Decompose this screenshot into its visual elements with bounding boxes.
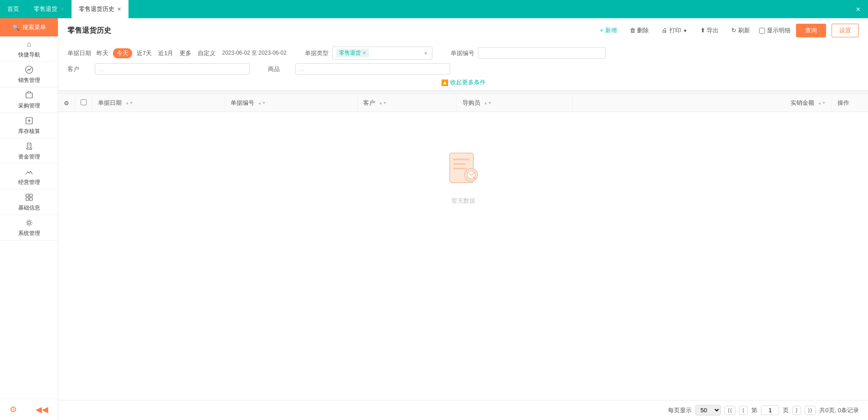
svg-rect-5 — [30, 194, 32, 197]
doc-type-label: 单据类型 — [305, 49, 332, 57]
page-input[interactable] — [761, 405, 779, 415]
sidebar-item-system-mgmt[interactable]: 系统管理 — [0, 215, 58, 241]
svg-point-8 — [28, 221, 31, 224]
table-header-row: ⚙ 单据日期 ▲▼ 单据编号 ▲▼ — [58, 94, 868, 112]
delete-button[interactable]: 🗑 删除 — [626, 25, 653, 36]
query-button[interactable]: 查询 — [796, 24, 826, 37]
new-button[interactable]: + 新增 — [596, 25, 620, 36]
col-amount[interactable]: 实销金额 ▲▼ — [572, 94, 832, 112]
collapse-icon: 🔼 — [441, 79, 448, 86]
refresh-button[interactable]: ↻ 刷新 — [728, 25, 754, 36]
table-wrapper: ⚙ 单据日期 ▲▼ 单据编号 ▲▼ — [58, 94, 868, 400]
filter-area: 单据日期 昨天 今天 近7天 近1月 更多 自定义 2023-06-02 至 2… — [67, 43, 859, 87]
tab-home[interactable]: 首页 — [0, 0, 26, 18]
top-nav-close[interactable]: ✕ — [856, 6, 868, 13]
next-page-btn[interactable]: ⟩ — [792, 406, 801, 415]
inventory-icon — [24, 116, 34, 126]
basic-info-icon — [24, 192, 34, 202]
date-opt-today[interactable]: 今天 — [113, 48, 132, 58]
customer-label: 客户 — [67, 65, 95, 73]
date-opt-last7[interactable]: 近7天 — [135, 48, 154, 58]
search-icon: 🔍 — [12, 24, 20, 31]
sidebar-item-sales-mgmt[interactable]: 销售管理 — [0, 62, 58, 87]
last-page-btn[interactable]: ⟩⟩ — [805, 406, 816, 415]
top-nav: 首页 零售退货 ✕ 零售退货历史 ✕ ✕ — [0, 0, 868, 18]
first-page-btn[interactable]: ⟨⟨ — [724, 406, 735, 415]
sales-icon — [24, 65, 34, 75]
display-toggle[interactable]: 显示明细 — [759, 26, 791, 35]
per-page-label: 每页显示 — [668, 406, 692, 415]
pagination-bar: 每页显示 50 10 20 100 ⟨⟨ ⟨ 第 页 ⟩ ⟩⟩ 共0页, 0条记… — [58, 400, 868, 420]
sidebar-item-inventory[interactable]: 库存核算 — [0, 113, 58, 138]
finance-icon — [24, 141, 34, 151]
content-area: 零售退货历史 + 新增 🗑 删除 🖨 打印 ▼ ⬆ 导出 — [58, 18, 868, 420]
col-doc-no[interactable]: 单据编号 ▲▼ — [225, 94, 358, 112]
sidebar-search[interactable]: 🔍 搜索菜单 — [0, 18, 58, 36]
doc-type-tag-close[interactable]: ✕ — [362, 50, 366, 56]
print-dropdown-icon: ▼ — [683, 28, 688, 33]
sort-amount[interactable]: ▲▼ — [818, 101, 826, 105]
operations-icon — [24, 167, 34, 177]
doc-no-label: 单据编号 — [451, 49, 478, 57]
doc-date-label: 单据日期 — [67, 49, 95, 57]
per-page-select[interactable]: 50 10 20 100 — [695, 405, 721, 415]
total-text: 共0页, 0条记录 — [819, 406, 859, 415]
filter-row-customer: 客户 ... 商品 ... — [67, 63, 859, 75]
empty-icon — [443, 149, 484, 190]
sidebar-item-purchase-mgmt[interactable]: 采购管理 — [0, 87, 58, 113]
close-tab-retail-return-history[interactable]: ✕ — [117, 6, 121, 12]
doc-type-select[interactable]: 零售退货 ✕ ▼ — [332, 46, 432, 60]
page-unit: 页 — [783, 406, 789, 415]
col-customer[interactable]: 客户 ▲▼ — [358, 94, 457, 112]
page-title: 零售退货历史 — [67, 26, 111, 36]
goods-label: 商品 — [268, 65, 295, 73]
goods-select[interactable]: ... — [295, 63, 450, 75]
export-button[interactable]: ⬆ 导出 — [697, 25, 723, 36]
date-opt-last1m[interactable]: 近1月 — [156, 48, 175, 58]
sort-doc-date[interactable]: ▲▼ — [125, 101, 134, 105]
sort-customer[interactable]: ▲▼ — [379, 101, 387, 105]
sound-icon[interactable]: ◀◀ — [36, 405, 48, 415]
svg-rect-7 — [30, 198, 32, 200]
close-tab-retail-return[interactable]: ✕ — [60, 6, 64, 12]
select-all-checkbox[interactable] — [81, 99, 87, 105]
date-opt-more[interactable]: 更多 — [178, 48, 193, 58]
col-actions: 操作 — [832, 94, 868, 112]
date-opt-custom[interactable]: 自定义 — [196, 48, 217, 58]
date-opt-yesterday[interactable]: 昨天 — [95, 48, 110, 58]
customer-select[interactable]: ... — [95, 63, 250, 75]
purchase-icon — [24, 90, 34, 100]
col-checkbox[interactable] — [75, 94, 92, 112]
date-range: 2023-06-02 至 2023-06-02 — [222, 49, 286, 57]
home-icon: ⌂ — [24, 39, 34, 49]
print-button[interactable]: 🖨 打印 ▼ — [658, 25, 691, 36]
sort-guide[interactable]: ▲▼ — [483, 101, 492, 105]
sort-doc-no[interactable]: ▲▼ — [258, 101, 266, 105]
col-guide[interactable]: 导购员 ▲▼ — [457, 94, 572, 112]
system-icon — [24, 218, 34, 228]
date-options: 昨天 今天 近7天 近1月 更多 自定义 — [95, 48, 217, 58]
sidebar: 🔍 搜索菜单 ⌂ 快捷导航 销售管理 采购管理 库存核算 — [0, 18, 58, 420]
filter-row-date: 单据日期 昨天 今天 近7天 近1月 更多 自定义 2023-06-02 至 2… — [67, 46, 859, 60]
col-doc-date[interactable]: 单据日期 ▲▼ — [92, 94, 225, 112]
svg-rect-4 — [26, 194, 29, 197]
sidebar-item-operations[interactable]: 经营管理 — [0, 164, 58, 190]
settings-col-icon[interactable]: ⚙ — [64, 100, 69, 107]
prev-page-btn[interactable]: ⟨ — [739, 406, 748, 415]
svg-rect-1 — [26, 93, 32, 98]
sidebar-item-basic-info[interactable]: 基础信息 — [0, 190, 58, 215]
sidebar-item-finance[interactable]: 资金管理 — [0, 138, 58, 164]
gear-icon[interactable]: ⚙ — [10, 405, 17, 415]
col-settings[interactable]: ⚙ — [58, 94, 75, 112]
settings-button[interactable]: 设置 — [832, 24, 859, 37]
display-checkbox[interactable] — [759, 28, 765, 34]
empty-text: 暂无数据 — [452, 197, 475, 205]
collapse-button[interactable]: 🔼 收起更多条件 — [441, 78, 486, 87]
empty-state: 暂无数据 — [58, 112, 868, 241]
sidebar-item-quick-nav[interactable]: ⌂ 快捷导航 — [0, 36, 58, 62]
tab-retail-return-history[interactable]: 零售退货历史 ✕ — [72, 0, 128, 18]
data-table: ⚙ 单据日期 ▲▼ 单据编号 ▲▼ — [58, 94, 868, 112]
tab-retail-return[interactable]: 零售退货 ✕ — [26, 0, 72, 18]
svg-rect-11 — [453, 163, 466, 165]
doc-no-input[interactable] — [478, 47, 606, 59]
